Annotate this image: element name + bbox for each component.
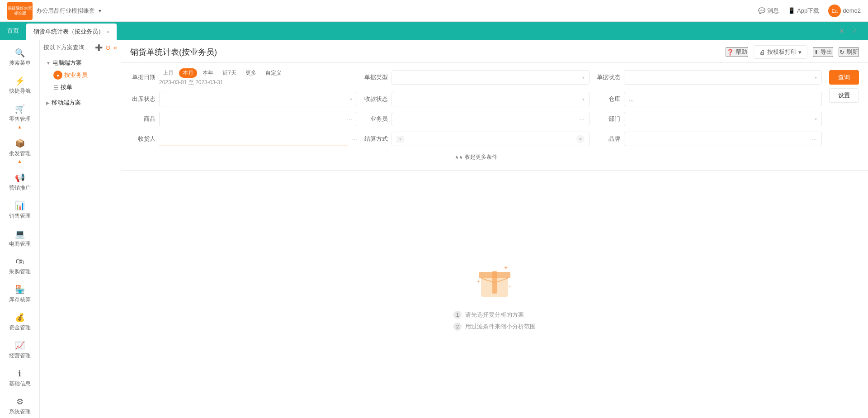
goods-label: 商品 xyxy=(130,115,156,123)
topbar-right: 💬 消息 📱 App下载 Ea demo2 xyxy=(758,5,861,17)
consignee-label: 收货人 xyxy=(130,135,156,143)
tab-close-icon[interactable]: × xyxy=(107,29,109,34)
warehouse-select[interactable]: ... xyxy=(624,92,822,106)
basic-info-icon: ℹ xyxy=(18,369,21,379)
left-panel-title: 按以下方案查询 xyxy=(43,43,85,52)
out-status-label: 出库状态 xyxy=(130,95,156,103)
tree-mobile: ▶ 移动端方案 xyxy=(43,95,117,110)
warehouse-value: ... xyxy=(629,96,634,103)
tab-home[interactable]: 首页 xyxy=(0,22,26,40)
goods-dots[interactable]: ··· xyxy=(347,115,352,123)
app-download-btn[interactable]: 📱 App下载 xyxy=(788,7,819,15)
tree-desktop-text: 电脑端方案 xyxy=(52,59,82,67)
date-tab-cur-month[interactable]: 本月 xyxy=(179,68,197,78)
department-select[interactable]: ▾ xyxy=(624,112,822,126)
sidebar-item-ecom-mgmt[interactable]: 💻 电商管理 xyxy=(0,224,39,252)
tree-sub-salesperson[interactable]: ● 按业务员 xyxy=(51,69,117,81)
sidebar-item-basic-info[interactable]: ℹ 基础信息 xyxy=(0,364,39,392)
add-scheme-btn[interactable]: ➕ xyxy=(95,44,103,51)
sidebar-item-wholesale-mgmt[interactable]: 📦 批发管理 ▲ xyxy=(0,134,39,168)
sidebar-item-sys-mgmt[interactable]: ⚙ 系统管理 xyxy=(0,392,39,418)
query-btn[interactable]: 查询 xyxy=(829,70,859,85)
date-range: 2023-03-01 至 2023-03-31 xyxy=(159,79,357,86)
tree-desktop-label[interactable]: ▼ 电脑端方案 xyxy=(43,57,117,69)
settings-btn[interactable]: 设置 xyxy=(829,88,859,103)
export-btn[interactable]: ⬆ 导出 xyxy=(813,47,833,57)
sidebar-item-marketing[interactable]: 📢 营销推广 xyxy=(0,168,39,196)
step-1-text: 请先选择要分析的方案 xyxy=(465,311,524,319)
template-print-btn[interactable]: 🖨 按模板打印 ▾ xyxy=(754,45,807,59)
tab-close-main-icon[interactable]: ✕ xyxy=(839,27,844,35)
date-tab-7days[interactable]: 近7天 xyxy=(219,68,240,78)
doc-type-select[interactable]: ▾ xyxy=(392,70,590,85)
export-icon: ⬆ xyxy=(814,49,819,56)
tree-mobile-label[interactable]: ▶ 移动端方案 xyxy=(43,97,117,109)
doc-status-label: 单据状态 xyxy=(595,73,620,81)
sidebar-item-finance-mgmt[interactable]: 💰 资金管理 xyxy=(0,308,39,336)
svg-text:✦: ✦ xyxy=(476,279,480,284)
filter-cell-warehouse: 仓库 ... xyxy=(595,92,822,106)
finance-label: 资金管理 xyxy=(9,324,31,332)
tabbar: 首页 销货单统计表（按业务员） × ✕ ⤢ xyxy=(0,22,868,40)
date-tab-custom[interactable]: 自定义 xyxy=(262,68,285,78)
settings-scheme-btn[interactable]: ⊙ xyxy=(105,44,111,51)
goods-select[interactable]: ··· xyxy=(159,112,357,126)
filter-row-2: 出库状态 ▾ 收款状态 ▾ xyxy=(130,92,822,106)
filter-cell-brand: 品牌 ··· xyxy=(595,132,822,146)
user-menu[interactable]: Ea demo2 xyxy=(828,5,861,17)
finance-icon: 💰 xyxy=(15,313,25,323)
settlement-select[interactable]: ▾ × xyxy=(392,132,590,146)
sidebar-item-sales-mgmt[interactable]: 📊 销售管理 xyxy=(0,196,39,224)
tab-home-label: 首页 xyxy=(7,27,19,35)
refresh-btn[interactable]: ↻ 刷新 xyxy=(839,47,859,57)
sidebar-item-purchase-mgmt[interactable]: 🛍 采购管理 xyxy=(0,252,39,280)
sidebar-item-quick-nav[interactable]: ⚡ 快捷导航 xyxy=(0,71,39,100)
tree-desktop: ▼ 电脑端方案 ● 按业务员 ☰ 按单 xyxy=(43,55,117,95)
empty-area: ✦ ✦ ✦ 1 请先选择要分析的方案 2 用过滤条件来缩小分析范围 xyxy=(121,171,868,418)
help-btn[interactable]: ❓ 帮助 xyxy=(726,47,748,57)
tree-sub-order[interactable]: ☰ 按单 xyxy=(51,81,117,93)
collapse-panel-btn[interactable]: « xyxy=(113,44,117,51)
consignee-dots[interactable]: ··· xyxy=(352,135,357,142)
ecom-label: 电商管理 xyxy=(9,240,31,248)
doc-type-chevron: ▾ xyxy=(582,75,585,80)
sidebar-item-search-menu[interactable]: 🔍 搜索菜单 xyxy=(0,43,39,71)
ecom-icon: 💻 xyxy=(15,229,25,239)
collapse-btn[interactable]: ∧∧ 收起更多条件 xyxy=(455,152,497,163)
date-tab-prev-month[interactable]: 上月 xyxy=(159,68,177,78)
tree-sub-order-label: 按单 xyxy=(61,83,72,91)
payment-status-label: 收款状态 xyxy=(363,95,388,103)
date-tab-cur-year[interactable]: 本年 xyxy=(199,68,217,78)
date-tab-more[interactable]: 更多 xyxy=(242,68,260,78)
step-2-num: 2 xyxy=(453,323,462,331)
department-chevron: ▾ xyxy=(815,117,817,122)
basic-info-label: 基础信息 xyxy=(9,380,31,388)
settlement-clear-btn[interactable]: × xyxy=(576,135,585,143)
tab-sales-stat[interactable]: 销货单统计表（按业务员） × xyxy=(26,24,117,40)
brand-dots[interactable]: ··· xyxy=(811,135,817,142)
sidebar-item-retail-mgmt[interactable]: 🛒 零售管理 ▲ xyxy=(0,100,39,134)
maximize-icon[interactable]: ⤢ xyxy=(852,27,857,34)
help-icon: ❓ xyxy=(726,49,734,56)
out-status-select[interactable]: ▾ xyxy=(159,92,357,106)
sidebar-item-operations[interactable]: 📈 经营管理 xyxy=(0,336,39,364)
payment-status-select[interactable]: ▾ xyxy=(392,92,590,106)
consignee-input[interactable] xyxy=(159,132,348,146)
message-btn[interactable]: 💬 消息 xyxy=(758,7,779,15)
salesperson-dots[interactable]: ··· xyxy=(579,115,585,123)
salesperson-select[interactable]: ··· xyxy=(392,112,590,126)
operations-label: 经营管理 xyxy=(9,352,31,360)
purchase-icon: 🛍 xyxy=(16,257,24,266)
sidebar-item-inventory[interactable]: 🏪 库存核算 xyxy=(0,280,39,308)
brand-select[interactable]: ··· xyxy=(624,132,822,146)
page-header: 销货单统计表(按业务员) ❓ 帮助 🖨 按模板打印 ▾ ⬆ 导出 xyxy=(121,40,868,63)
app-dropdown[interactable]: ▾ xyxy=(99,8,101,14)
print-icon: 🖨 xyxy=(760,49,765,56)
doc-status-select[interactable]: ▾ xyxy=(624,70,822,85)
message-label: 消息 xyxy=(767,7,779,15)
download-icon: 📱 xyxy=(788,7,795,14)
retail-icon: 🛒 xyxy=(15,104,25,114)
page-title: 销货单统计表(按业务员) xyxy=(130,47,217,57)
refresh-label: 刷新 xyxy=(846,48,858,56)
message-icon: 💬 xyxy=(758,7,765,14)
